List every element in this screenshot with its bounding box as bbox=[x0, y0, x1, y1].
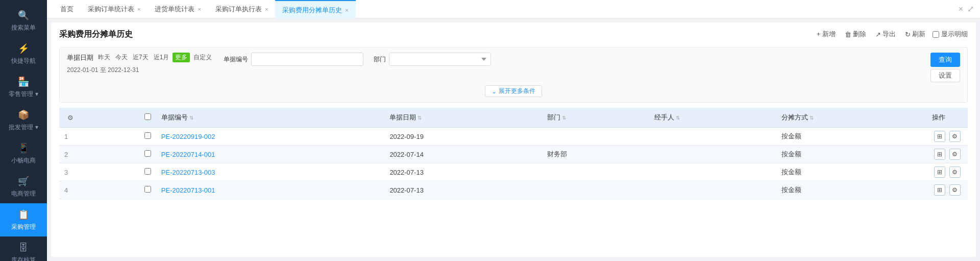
sidebar-item-ecom[interactable]: 🛒 电商管理 bbox=[0, 170, 47, 203]
doc-link[interactable]: PE-20220713-003 bbox=[161, 169, 215, 176]
custom-shortcut[interactable]: 自定义 bbox=[192, 53, 213, 62]
date-shortcuts: 昨天 今天 近7天 近1月 更多 自定义 bbox=[96, 53, 213, 62]
sidebar-item-mini[interactable]: 📱 小畅电商 bbox=[0, 137, 47, 170]
tab-close-icon[interactable]: × bbox=[265, 6, 268, 12]
content-area: 采购费用分摊单历史 + 新增 🗑 删除 ↗ 导出 ↻ 刷新 显示明细 bbox=[51, 22, 976, 257]
doc-link[interactable]: PE-20220714-001 bbox=[161, 151, 215, 158]
sidebar-item-wholesale[interactable]: 📦 批发管理 ▾ bbox=[0, 104, 47, 137]
delete-button[interactable]: 🗑 删除 bbox=[843, 29, 868, 40]
dept-select[interactable]: 财务部 bbox=[389, 53, 491, 66]
row-docdate: 2022-07-13 bbox=[384, 163, 542, 181]
view-button[interactable]: ⊞ bbox=[934, 184, 945, 196]
row-dept bbox=[542, 128, 649, 146]
tab-po-summary[interactable]: 采购订单统计表× bbox=[81, 0, 148, 18]
more-shortcut[interactable]: 更多 bbox=[173, 53, 190, 62]
tab-close-icon[interactable]: × bbox=[137, 6, 140, 12]
tab-close-icon[interactable]: × bbox=[198, 6, 201, 12]
sidebar-item-quick[interactable]: ⚡ 快捷导航 bbox=[0, 37, 47, 70]
row-docno: PE-20220713-001 bbox=[156, 181, 385, 199]
row-checkbox[interactable] bbox=[144, 150, 151, 157]
refresh-button[interactable]: ↻ 刷新 bbox=[903, 29, 927, 40]
tab-label: 首页 bbox=[60, 5, 74, 13]
show-details-checkbox[interactable]: 显示明细 bbox=[933, 30, 968, 39]
row-index: 4 bbox=[59, 181, 139, 199]
view-button[interactable]: ⊞ bbox=[934, 167, 945, 178]
maximize-icon[interactable]: ⤢ bbox=[967, 4, 974, 14]
docdate-col-header[interactable]: 单据日期 bbox=[384, 108, 542, 128]
dept-label: 部门 bbox=[374, 55, 386, 64]
export-button[interactable]: ↗ 导出 bbox=[873, 29, 898, 40]
today-shortcut[interactable]: 今天 bbox=[114, 53, 129, 62]
row-dept bbox=[542, 181, 649, 199]
filter-main-row: 单据日期 昨天 今天 近7天 近1月 更多 自定义 2022-01-01 至 2… bbox=[67, 53, 960, 82]
expand-conditions-button[interactable]: ⌄ 展开更多条件 bbox=[485, 85, 542, 97]
row-index: 2 bbox=[59, 146, 139, 163]
select-all-checkbox[interactable] bbox=[144, 113, 151, 120]
table-head: ⚙ 单据编号 单据日期 部门 经手人 分摊方式 操作 bbox=[59, 108, 968, 128]
settings-col-header: ⚙ bbox=[59, 108, 139, 128]
row-dept bbox=[542, 163, 649, 181]
tab-home[interactable]: 首页 bbox=[53, 0, 81, 18]
yesterday-shortcut[interactable]: 昨天 bbox=[96, 53, 112, 62]
row-index: 1 bbox=[59, 128, 139, 146]
table-header-row: ⚙ 单据编号 单据日期 部门 经手人 分摊方式 操作 bbox=[59, 108, 968, 128]
dept-col-header[interactable]: 部门 bbox=[542, 108, 649, 128]
sidebar-item-label: 电商管理 bbox=[2, 189, 45, 198]
tab-close-icon[interactable]: × bbox=[345, 7, 348, 13]
quick-icon: ⚡ bbox=[2, 42, 45, 55]
handler-col-header[interactable]: 经手人 bbox=[649, 108, 776, 128]
splitmethod-col-header[interactable]: 分摊方式 bbox=[776, 108, 927, 128]
last1month-shortcut[interactable]: 近1月 bbox=[152, 53, 171, 62]
filter-settings-button[interactable]: 设置 bbox=[930, 69, 960, 82]
sidebar-item-retail[interactable]: 🏪 零售管理 ▾ bbox=[0, 70, 47, 104]
sidebar-item-search[interactable]: 🔍 搜索菜单 bbox=[0, 4, 47, 37]
date-range: 2022-01-01 至 2022-12-31 bbox=[67, 66, 213, 75]
view-button[interactable]: ⊞ bbox=[934, 149, 945, 160]
docno-input[interactable] bbox=[251, 53, 363, 66]
tab-bar: 首页采购订单统计表×进货单统计表×采购订单执行表×采购费用分摊单历史× × ⤢ bbox=[47, 0, 980, 18]
inventory-icon: 🗄 bbox=[2, 242, 45, 254]
tab-inbound-summary[interactable]: 进货单统计表× bbox=[148, 0, 208, 18]
purchase-icon: 📋 bbox=[2, 208, 45, 221]
show-details-label: 显示明细 bbox=[941, 30, 968, 39]
row-splitmethod: 按金额 bbox=[776, 181, 927, 199]
edit-button[interactable]: ⚙ bbox=[949, 184, 961, 196]
row-handler bbox=[649, 146, 776, 163]
row-docno: PE-20220919-002 bbox=[156, 128, 385, 146]
date-filter-group: 单据日期 昨天 今天 近7天 近1月 更多 自定义 2022-01-01 至 2… bbox=[67, 53, 213, 75]
row-dept: 财务部 bbox=[542, 146, 649, 163]
row-splitmethod: 按金额 bbox=[776, 128, 927, 146]
row-handler bbox=[649, 181, 776, 199]
edit-button[interactable]: ⚙ bbox=[949, 167, 961, 178]
row-checkbox[interactable] bbox=[144, 168, 151, 175]
sidebar-item-purchase[interactable]: 📋 采购管理 bbox=[0, 203, 47, 236]
row-docno: PE-20220713-003 bbox=[156, 163, 385, 181]
tab-cost-split-history[interactable]: 采购费用分摊单历史× bbox=[275, 0, 355, 18]
table-row: 2 PE-20220714-001 2022-07-14 财务部 按金额 ⊞ ⚙ bbox=[59, 146, 968, 163]
last7days-shortcut[interactable]: 近7天 bbox=[131, 53, 150, 62]
edit-button[interactable]: ⚙ bbox=[949, 149, 961, 160]
wholesale-icon: 📦 bbox=[2, 109, 45, 122]
query-button[interactable]: 查询 bbox=[930, 53, 960, 67]
row-docdate: 2022-07-14 bbox=[384, 146, 542, 163]
sidebar-item-inventory[interactable]: 🗄 库存核算 bbox=[0, 236, 47, 261]
doc-link[interactable]: PE-20220919-002 bbox=[161, 133, 215, 140]
row-checkbox[interactable] bbox=[144, 132, 151, 139]
doc-link[interactable]: PE-20220713-001 bbox=[161, 186, 215, 194]
tab-po-execution[interactable]: 采购订单执行表× bbox=[208, 0, 275, 18]
docno-filter: 单据编号 bbox=[224, 53, 363, 66]
filter-actions: 查询 设置 bbox=[930, 53, 960, 82]
close-icon[interactable]: × bbox=[959, 5, 963, 14]
ops-col-header: 操作 bbox=[927, 108, 968, 128]
show-details-input[interactable] bbox=[933, 31, 939, 38]
row-handler bbox=[649, 163, 776, 181]
chevron-down-icon: ⌄ bbox=[492, 88, 497, 95]
delete-icon: 🗑 bbox=[845, 31, 851, 38]
add-button[interactable]: + 新增 bbox=[815, 29, 838, 40]
edit-button[interactable]: ⚙ bbox=[949, 131, 961, 142]
view-button[interactable]: ⊞ bbox=[934, 131, 945, 142]
row-checkbox[interactable] bbox=[144, 186, 151, 193]
docno-col-header[interactable]: 单据编号 bbox=[156, 108, 385, 128]
column-settings-icon[interactable]: ⚙ bbox=[64, 111, 77, 124]
toolbar: + 新增 🗑 删除 ↗ 导出 ↻ 刷新 显示明细 bbox=[815, 29, 968, 40]
